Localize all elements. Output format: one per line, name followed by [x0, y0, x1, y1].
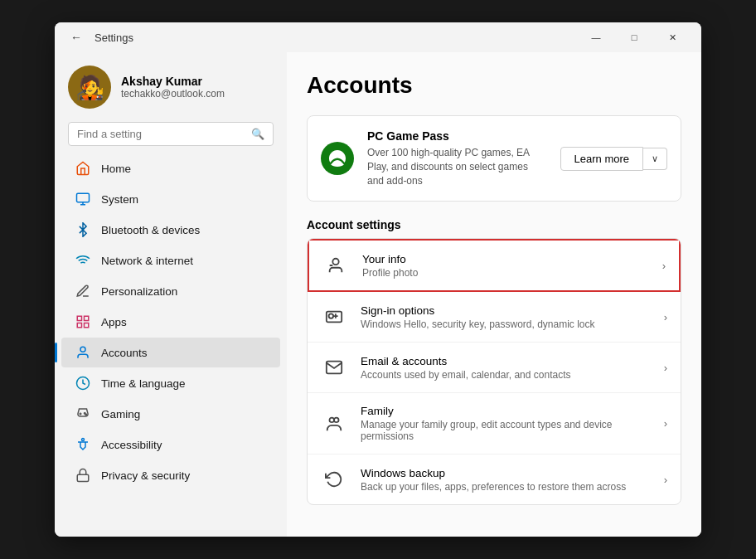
account-settings-title: Account settings	[307, 218, 681, 231]
nav-list: Home System Bluetooth & devices Network …	[55, 153, 287, 491]
accessibility-icon	[75, 436, 91, 453]
apps-icon	[75, 314, 91, 330]
windows-backup-icon	[321, 466, 347, 493]
windows-backup-title: Windows backup	[361, 467, 651, 479]
svg-rect-6	[77, 323, 81, 328]
maximize-button[interactable]: □	[615, 22, 653, 52]
sidebar-label-bluetooth: Bluetooth & devices	[101, 224, 200, 236]
search-input[interactable]	[77, 128, 251, 140]
svg-rect-14	[77, 474, 89, 481]
sidebar-item-bluetooth[interactable]: Bluetooth & devices	[61, 215, 280, 245]
system-icon	[75, 191, 91, 207]
settings-window: ← Settings — □ ✕ 🧑‍🎤 Akshay Kuma	[55, 22, 701, 537]
sidebar-item-apps[interactable]: Apps	[61, 307, 280, 337]
xbox-chevron-button[interactable]: ∨	[643, 148, 667, 170]
sidebar-item-gaming[interactable]: Gaming	[61, 399, 280, 429]
email-accounts-desc: Accounts used by email, calendar, and co…	[361, 369, 651, 381]
svg-point-12	[85, 414, 87, 416]
svg-point-7	[80, 347, 85, 352]
content-area: Accounts PC Game Pass Over 100 high-qual…	[287, 52, 701, 537]
your-info-chevron: ›	[662, 260, 666, 272]
user-name: Akshay Kumar	[121, 75, 225, 88]
settings-item-windows-backup[interactable]: Windows backup Back up your files, apps,…	[308, 454, 681, 504]
sidebar-label-accounts: Accounts	[101, 347, 148, 359]
sidebar-label-gaming: Gaming	[101, 408, 140, 420]
signin-options-icon	[321, 304, 347, 330]
window-controls: — □ ✕	[577, 22, 691, 52]
sidebar-item-home[interactable]: Home	[61, 153, 280, 183]
signin-options-desc: Windows Hello, security key, password, d…	[361, 318, 651, 330]
email-accounts-icon	[321, 354, 347, 381]
page-title: Accounts	[307, 72, 681, 99]
gaming-icon	[75, 406, 91, 422]
xbox-text: PC Game Pass Over 100 high-quality PC ga…	[367, 129, 547, 187]
windows-backup-chevron: ›	[664, 474, 667, 486]
settings-item-family[interactable]: Family Manage your family group, edit ac…	[308, 393, 681, 454]
svg-point-15	[332, 259, 338, 265]
sidebar-item-accessibility[interactable]: Accessibility	[61, 430, 280, 459]
sidebar-label-personalization: Personalization	[101, 285, 177, 298]
signin-options-chevron: ›	[664, 311, 667, 323]
user-section: 🧑‍🎤 Akshay Kumar techakko@outlook.com	[55, 52, 287, 119]
privacy-icon	[75, 467, 91, 484]
settings-item-signin-options[interactable]: Sign-in options Windows Hello, security …	[308, 292, 681, 343]
svg-rect-4	[85, 316, 89, 320]
svg-point-20	[334, 418, 339, 423]
sidebar-label-apps: Apps	[101, 316, 127, 328]
time-icon	[75, 375, 91, 391]
network-icon	[75, 252, 91, 269]
your-info-title: Your info	[362, 253, 649, 265]
sidebar-item-privacy[interactable]: Privacy & security	[61, 460, 280, 490]
search-box[interactable]: 🔍	[68, 122, 274, 146]
search-icon: 🔍	[251, 128, 264, 140]
windows-backup-desc: Back up your files, apps, preferences to…	[361, 481, 651, 493]
close-button[interactable]: ✕	[653, 22, 691, 52]
minimize-button[interactable]: —	[577, 22, 615, 52]
settings-item-your-info[interactable]: Your info Profile photo ›	[308, 239, 681, 292]
sidebar-item-network[interactable]: Network & internet	[61, 245, 280, 275]
sidebar-item-system[interactable]: System	[61, 184, 280, 214]
sidebar-label-time: Time & language	[101, 377, 186, 390]
xbox-card: PC Game Pass Over 100 high-quality PC ga…	[307, 115, 681, 202]
family-desc: Manage your family group, edit account t…	[361, 419, 651, 442]
sidebar-item-accounts[interactable]: Accounts	[61, 338, 280, 367]
personalization-icon	[75, 283, 91, 299]
sidebar-label-system: System	[101, 193, 138, 206]
sidebar-label-network: Network & internet	[101, 255, 193, 267]
settings-list: Your info Profile photo › Sign-in option…	[307, 238, 681, 505]
your-info-desc: Profile photo	[362, 267, 649, 279]
family-title: Family	[361, 405, 651, 417]
sidebar: 🧑‍🎤 Akshay Kumar techakko@outlook.com 🔍 …	[55, 52, 287, 537]
titlebar: ← Settings — □ ✕	[55, 22, 701, 52]
user-info: Akshay Kumar techakko@outlook.com	[121, 75, 225, 100]
avatar: 🧑‍🎤	[68, 66, 111, 109]
user-email: techakko@outlook.com	[121, 88, 225, 100]
sidebar-label-privacy: Privacy & security	[101, 469, 190, 482]
svg-rect-5	[85, 323, 89, 328]
family-icon	[321, 411, 347, 437]
your-info-icon	[322, 252, 349, 279]
sidebar-item-time[interactable]: Time & language	[61, 368, 280, 398]
xbox-title: PC Game Pass	[367, 129, 547, 143]
svg-point-13	[82, 439, 85, 441]
xbox-actions: Learn more ∨	[560, 147, 667, 171]
back-button[interactable]: ←	[65, 26, 88, 49]
signin-options-title: Sign-in options	[361, 304, 651, 317]
svg-point-17	[329, 314, 334, 319]
sidebar-label-home: Home	[101, 163, 131, 175]
home-icon	[75, 160, 91, 177]
svg-rect-0	[77, 193, 90, 202]
sidebar-item-personalization[interactable]: Personalization	[61, 276, 280, 306]
svg-rect-3	[77, 316, 81, 320]
xbox-logo	[321, 142, 354, 175]
bluetooth-icon	[75, 221, 91, 238]
email-accounts-chevron: ›	[664, 362, 667, 374]
accounts-icon	[75, 344, 91, 361]
family-chevron: ›	[664, 417, 667, 430]
settings-item-email-accounts[interactable]: Email & accounts Accounts used by email,…	[308, 343, 681, 393]
email-accounts-title: Email & accounts	[361, 355, 651, 367]
learn-more-button[interactable]: Learn more	[560, 147, 643, 171]
main-layout: 🧑‍🎤 Akshay Kumar techakko@outlook.com 🔍 …	[55, 52, 701, 537]
xbox-desc: Over 100 high-quality PC games, EA Play,…	[367, 146, 547, 187]
window-title: Settings	[94, 32, 133, 44]
